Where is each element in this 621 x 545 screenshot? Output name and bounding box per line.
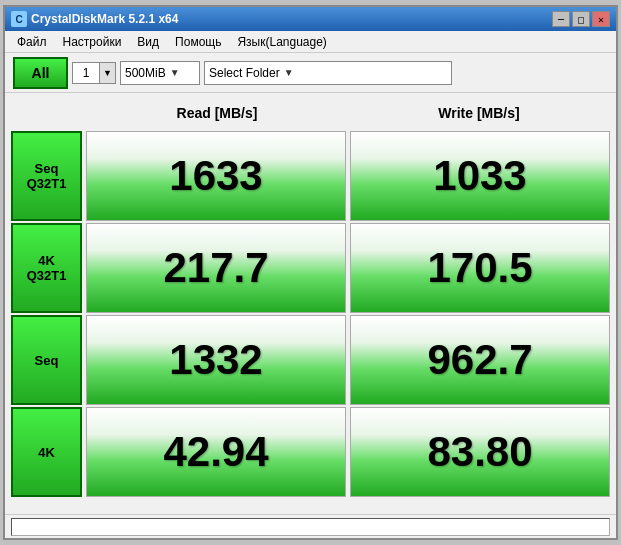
title-bar-controls: ─ □ ✕ [552,11,610,27]
seq-q32t1-label-line2: Q32T1 [27,176,67,191]
size-dropdown[interactable]: 500MiB ▼ [120,61,200,85]
4k-q32t1-read: 217.7 [86,223,346,313]
menu-language[interactable]: Язык(Language) [229,33,334,51]
row-4k-q32t1: 4K Q32T1 217.7 170.5 [11,223,610,313]
menu-bar: Файл Настройки Вид Помощь Язык(Language) [5,31,616,53]
folder-dropdown-arrow: ▼ [284,67,294,78]
row-4k: 4K 42.94 83.80 [11,407,610,497]
count-spinner[interactable]: ▼ [72,61,116,85]
menu-view[interactable]: Вид [129,33,167,51]
row-seq-q32t1: Seq Q32T1 1633 1033 [11,131,610,221]
maximize-button[interactable]: □ [572,11,590,27]
4k-q32t1-label: 4K Q32T1 [11,223,82,313]
size-dropdown-arrow: ▼ [170,67,180,78]
seq-q32t1-write: 1033 [350,131,610,221]
window-title: CrystalDiskMark 5.2.1 x64 [31,12,178,26]
close-button[interactable]: ✕ [592,11,610,27]
size-value: 500MiB [125,66,166,80]
minimize-button[interactable]: ─ [552,11,570,27]
seq-q32t1-read: 1633 [86,131,346,221]
folder-dropdown[interactable]: Select Folder ▼ [204,61,452,85]
seq-write: 962.7 [350,315,610,405]
status-bar [5,514,616,538]
seq-read: 1332 [86,315,346,405]
4k-q32t1-label-line2: Q32T1 [27,268,67,283]
main-content: Read [MB/s] Write [MB/s] Seq Q32T1 1633 … [5,93,616,514]
toolbar: All ▼ 500MiB ▼ Select Folder ▼ [5,53,616,93]
folder-value: Select Folder [209,66,280,80]
4k-label: 4K [11,407,82,497]
app-window: C CrystalDiskMark 5.2.1 x64 ─ □ ✕ Файл Н… [3,5,618,540]
menu-help[interactable]: Помощь [167,33,229,51]
row-seq: Seq 1332 962.7 [11,315,610,405]
seq-label-line1: Seq [35,353,59,368]
menu-file[interactable]: Файл [9,33,55,51]
4k-read: 42.94 [86,407,346,497]
count-up-arrow[interactable]: ▼ [100,62,116,84]
count-input[interactable] [72,62,100,84]
read-header: Read [MB/s] [86,105,348,121]
all-button[interactable]: All [13,57,68,89]
seq-q32t1-label: Seq Q32T1 [11,131,82,221]
header-row: Read [MB/s] Write [MB/s] [11,99,610,127]
seq-label: Seq [11,315,82,405]
title-bar: C CrystalDiskMark 5.2.1 x64 ─ □ ✕ [5,7,616,31]
menu-settings[interactable]: Настройки [55,33,130,51]
4k-label-line1: 4K [38,445,55,460]
status-field [11,518,610,536]
4k-write: 83.80 [350,407,610,497]
4k-q32t1-write: 170.5 [350,223,610,313]
seq-q32t1-label-line1: Seq [35,161,59,176]
app-icon: C [11,11,27,27]
title-bar-left: C CrystalDiskMark 5.2.1 x64 [11,11,178,27]
4k-q32t1-label-line1: 4K [38,253,55,268]
write-header: Write [MB/s] [348,105,610,121]
